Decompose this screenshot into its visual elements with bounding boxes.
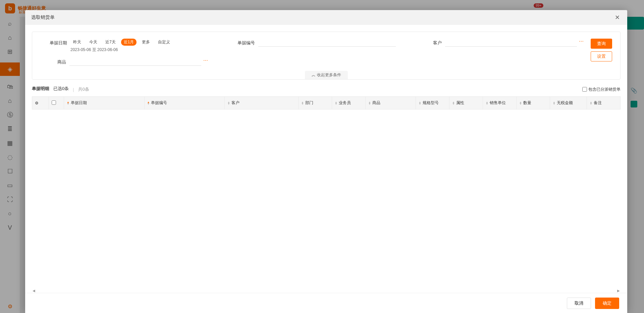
select-sales-order-modal: 选取销货单 ✕ 单据日期 昨天 今天 近7天 近1月 更多 自定义 [25, 10, 627, 313]
column-date[interactable]: ▲▼单据日期 [64, 97, 145, 109]
date-tab-7days[interactable]: 近7天 [103, 39, 118, 46]
filter-customer-input[interactable] [445, 39, 577, 47]
filter-docno-label: 单据编号 [228, 39, 255, 46]
column-product[interactable]: ▲▼商品 [366, 97, 416, 109]
customer-more-icon[interactable]: ⋯ [579, 39, 584, 44]
date-from: 2023-05-06 [70, 47, 91, 52]
select-all-checkbox[interactable] [52, 100, 56, 105]
table-section: 单据明细 已选0条 | 共0条 包含已分派销货单 ⚙ [32, 86, 621, 293]
date-tab-yesterday[interactable]: 昨天 [70, 39, 84, 46]
include-dispatched-input[interactable] [582, 87, 587, 92]
confirm-button[interactable]: 确定 [595, 298, 619, 309]
modal-header: 选取销货单 ✕ [25, 10, 627, 25]
column-salesperson[interactable]: ▲▼业务员 [332, 97, 366, 109]
column-qty[interactable]: ▲▼数量 [517, 97, 550, 109]
date-tab-custom[interactable]: 自定义 [155, 39, 173, 46]
include-dispatched-label: 包含已分派销货单 [588, 87, 621, 92]
product-more-icon[interactable]: ⋯ [203, 58, 208, 63]
table-header-row: ⚙ ▲▼单据日期 ▲▼单据编号 ▲▼客户 ▲▼部门 ▲▼业务员 ▲▼商品 ▲▼规… [32, 97, 621, 109]
close-button[interactable]: ✕ [613, 13, 621, 21]
date-tab-more[interactable]: 更多 [139, 39, 153, 46]
filter-product-input[interactable] [69, 58, 201, 66]
cancel-button[interactable]: 取消 [567, 298, 591, 309]
column-unit[interactable]: ▲▼销售单位 [483, 97, 517, 109]
column-spec[interactable]: ▲▼规格型号 [416, 97, 449, 109]
modal-body: 单据日期 昨天 今天 近7天 近1月 更多 自定义 2023-05-06 至 [25, 25, 627, 293]
horizontal-scrollbar[interactable]: ◀ ▶ [32, 288, 621, 293]
date-tab-1month[interactable]: 近1月 [121, 39, 137, 46]
date-to: 2023-06-06 [97, 47, 118, 52]
filter-panel: 单据日期 昨天 今天 近7天 近1月 更多 自定义 2023-05-06 至 [32, 32, 621, 80]
search-button[interactable]: 查询 [591, 39, 612, 49]
modal-title: 选取销货单 [31, 14, 55, 20]
date-quick-tabs: 昨天 今天 近7天 近1月 更多 自定义 [70, 39, 208, 46]
column-checkbox[interactable] [49, 97, 64, 109]
data-table: ⚙ ▲▼单据日期 ▲▼单据编号 ▲▼客户 ▲▼部门 ▲▼业务员 ▲▼商品 ▲▼规… [32, 96, 621, 109]
column-remark[interactable]: ▲▼备注 [587, 97, 621, 109]
filter-customer-label: 客户 [416, 39, 442, 46]
column-docno[interactable]: ▲▼单据编号 [144, 97, 225, 109]
column-dept[interactable]: ▲▼部门 [299, 97, 332, 109]
tab-selected[interactable]: 已选0条 [53, 86, 69, 93]
scroll-right-icon[interactable]: ▶ [617, 289, 620, 293]
collapse-filters-button[interactable]: ︽ 收起更多条件 [305, 71, 348, 79]
column-settings[interactable]: ⚙ [32, 97, 49, 109]
separator: | [73, 87, 74, 92]
table-body-empty [32, 109, 621, 288]
column-attr[interactable]: ▲▼属性 [449, 97, 483, 109]
column-amount[interactable]: ▲▼无税金额 [550, 97, 587, 109]
chevron-up-icon: ︽ [312, 72, 316, 78]
filter-docno-input[interactable] [258, 39, 396, 47]
modal-footer: 取消 确定 [25, 293, 627, 313]
settings-button[interactable]: 设置 [591, 51, 612, 61]
gear-icon: ⚙ [35, 101, 39, 105]
column-customer[interactable]: ▲▼客户 [225, 97, 299, 109]
collapse-text: 收起更多条件 [317, 72, 341, 78]
filter-product-label: 商品 [40, 58, 66, 65]
include-dispatched-checkbox[interactable]: 包含已分派销货单 [582, 87, 621, 92]
scroll-left-icon[interactable]: ◀ [33, 289, 35, 293]
date-range-display: 2023-05-06 至 2023-06-06 [70, 47, 208, 53]
close-icon: ✕ [615, 14, 620, 21]
filter-action-buttons: 查询 设置 [591, 39, 612, 61]
filter-date-label: 单据日期 [40, 39, 67, 46]
date-sep: 至 [92, 47, 96, 52]
total-count: 共0条 [78, 86, 89, 92]
tab-detail[interactable]: 单据明细 [32, 86, 49, 93]
date-tab-today[interactable]: 今天 [87, 39, 100, 46]
